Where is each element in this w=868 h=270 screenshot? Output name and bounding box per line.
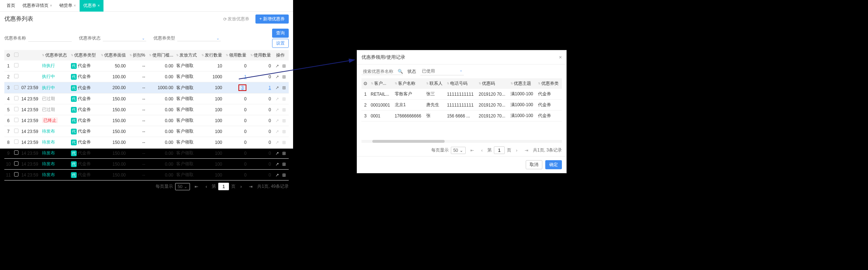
row-checkbox[interactable] — [14, 85, 18, 90]
table-row[interactable]: 5 14 23:59 已过期 代 代金券 150.00 -- 0.00 客户领取… — [4, 104, 289, 115]
coupon-type: 代金券 — [78, 172, 91, 177]
row-checkbox[interactable] — [14, 118, 18, 122]
filter-type-select[interactable]: ⌄ — [177, 36, 221, 41]
per-page-label: 每页显示 — [156, 183, 173, 190]
col-face[interactable]: ⇅优惠券面值 — [98, 50, 127, 61]
horizontal-scrollbar[interactable] — [361, 140, 562, 143]
table-row[interactable]: 7 14 23:59 待发布 代 代金券 150.00 -- 0.00 客户领取… — [4, 126, 289, 137]
col-customer-code[interactable]: ⇅客户... — [369, 78, 393, 89]
modal-status-select[interactable]: 已使用 ⌄ — [420, 67, 464, 75]
confirm-button[interactable]: 确定 — [545, 160, 562, 169]
close-icon[interactable]: × — [559, 54, 562, 60]
qrcode-icon[interactable]: ⊞ — [282, 74, 286, 79]
qrcode-icon: ⊞ — [282, 96, 286, 101]
table-row[interactable]: 2 00010001 北京1 唐先生 11111111111 2019120 7… — [361, 100, 562, 111]
col-coupon-code[interactable]: ⇅优惠码 — [477, 78, 509, 89]
table-row[interactable]: 1 RETAIL... 零散客户 张三 11111111111 2019120 … — [361, 89, 562, 100]
share-icon[interactable]: ↗ — [275, 63, 279, 68]
col-type[interactable]: ⇅优惠券类型 — [69, 50, 98, 61]
use-count-link[interactable]: 1 — [268, 85, 271, 90]
prev-page-button[interactable]: ‹ — [479, 147, 485, 154]
col-threshold[interactable]: ⇅使用门槛... — [147, 50, 175, 61]
close-icon[interactable]: × — [74, 4, 76, 8]
claim-count-link[interactable]: 1 — [244, 74, 247, 79]
next-page-button[interactable]: › — [238, 183, 244, 190]
search-icon[interactable]: 🔍 — [398, 69, 403, 74]
search-input[interactable] — [361, 68, 398, 75]
table-row[interactable]: 3 0001 17666666666 张 156 6666 ... 201912… — [361, 111, 562, 121]
col-customer-name[interactable]: ⇅客户名称 — [393, 78, 425, 89]
per-page-select[interactable]: 50 ⌄ — [451, 147, 466, 154]
search-button[interactable]: 查询 — [272, 29, 289, 38]
col-contact[interactable]: ⇅联系人 — [425, 78, 445, 89]
coupon-type: 代金券 — [78, 96, 91, 101]
col-coupon-type[interactable]: ⇅优惠券类 — [537, 78, 562, 89]
col-claim[interactable]: ⇅领用数量 — [224, 50, 248, 61]
row-checkbox[interactable] — [14, 63, 18, 67]
col-use[interactable]: ⇅使用数量 — [248, 50, 272, 61]
add-coupon-button[interactable]: + 新增优惠券 — [255, 14, 289, 24]
row-checkbox[interactable] — [14, 140, 18, 144]
tab-bar: 首页 优惠券详情页× 销货单× 优惠券× — [0, 0, 293, 12]
col-status[interactable]: ⇅优惠券状态 — [41, 50, 69, 61]
settings-button[interactable]: 设置 — [272, 39, 289, 48]
type-badge-icon: 代 — [71, 172, 77, 178]
phone-number: 156 6666 ... — [445, 111, 477, 121]
table-row[interactable]: 4 14 23:59 已过期 代 代金券 150.00 -- 0.00 客户领取… — [4, 94, 289, 104]
row-number: 7 — [4, 126, 12, 137]
row-checkbox[interactable] — [14, 129, 18, 133]
row-checkbox[interactable] — [14, 74, 18, 78]
coupon-table: ⚙ ⇅优惠券状态 ⇅优惠券类型 ⇅优惠券面值 ⇅折扣% ⇅使用门槛... ⇅发放… — [4, 50, 289, 180]
last-page-button[interactable]: ⇥ — [246, 183, 255, 190]
gear-icon[interactable]: ⚙ — [363, 81, 368, 86]
col-topic[interactable]: ⇅优惠主题 — [509, 78, 537, 89]
filter-name-input[interactable] — [28, 35, 72, 42]
qrcode-icon[interactable]: ⊞ — [282, 63, 286, 68]
table-row[interactable]: 6 14 23:59 已终止 代 代金券 150.00 -- 0.00 客户领取… — [4, 115, 289, 126]
tab-home[interactable]: 首页 — [3, 0, 19, 12]
col-method[interactable]: ⇅发放方式 — [175, 50, 199, 61]
filter-status-select[interactable]: ⌄ — [103, 36, 146, 41]
col-phone[interactable]: ⇅电话号码 — [445, 78, 477, 89]
col-discount[interactable]: ⇅折扣% — [127, 50, 147, 61]
table-row[interactable]: 9 14 23:59 待发布 代 代金券 150.00 -- 0.00 客户领取… — [4, 148, 289, 159]
row-checkbox[interactable] — [14, 107, 18, 111]
prev-page-button[interactable]: ‹ — [203, 183, 209, 190]
cancel-button[interactable]: 取消 — [526, 160, 542, 169]
table-row[interactable]: 2 执行中 代 代金券 100.00 -- 0.00 客户领取 1000 1 0… — [4, 71, 289, 82]
col-issue[interactable]: ⇅发行数量 — [199, 50, 224, 61]
share-icon[interactable]: ↗ — [275, 85, 279, 90]
page-input[interactable] — [494, 146, 505, 154]
claim-count-link[interactable]: 3 — [241, 85, 244, 90]
qrcode-icon[interactable]: ⊞ — [282, 85, 286, 90]
first-page-button[interactable]: ⇤ — [192, 183, 201, 190]
row-checkbox[interactable] — [14, 161, 18, 166]
table-row[interactable]: 3 07 23:59 执行中 代 代金券 200.00 -- 1000.00 客… — [4, 82, 289, 94]
page-input[interactable] — [218, 183, 229, 190]
distribution-method: 客户领取 — [175, 170, 199, 180]
table-row[interactable]: 11 14 23:59 待发布 代 代金券 150.00 -- 0.00 客户领… — [4, 170, 289, 180]
row-time — [20, 71, 41, 82]
last-page-button[interactable]: ⇥ — [522, 147, 531, 154]
select-all-checkbox[interactable] — [14, 53, 18, 57]
share-icon[interactable]: ↗ — [275, 74, 279, 79]
close-icon[interactable]: × — [50, 4, 52, 8]
qrcode-icon: ⊞ — [282, 118, 286, 123]
table-row[interactable]: 8 14 23:59 待发布 代 代金券 150.00 -- 0.00 客户领取… — [4, 137, 289, 148]
per-page-select[interactable]: 50 ⌄ — [175, 183, 190, 190]
close-icon[interactable]: × — [98, 4, 100, 8]
tab-coupon-detail[interactable]: 优惠券详情页× — [19, 0, 56, 12]
row-checkbox[interactable] — [14, 96, 18, 100]
row-checkbox[interactable] — [14, 150, 18, 155]
tab-coupon[interactable]: 优惠券× — [80, 0, 103, 12]
tab-sales-order[interactable]: 销货单× — [56, 0, 80, 12]
distribute-coupon-button[interactable]: ⟳ 发放优惠券 — [219, 14, 253, 24]
gear-icon[interactable]: ⚙ — [6, 53, 10, 58]
row-number: 11 — [4, 170, 12, 180]
table-row[interactable]: 1 待执行 代 代金券 50.00 -- 0.00 客户领取 10 0 0 ↗ … — [4, 61, 289, 71]
next-page-button[interactable]: › — [513, 147, 520, 154]
table-row[interactable]: 10 14 23:59 待发布 代 代金券 150.00 -- 0.00 客户领… — [4, 159, 289, 170]
row-checkbox[interactable] — [14, 172, 18, 176]
first-page-button[interactable]: ⇤ — [468, 147, 477, 154]
status-badge: 待发布 — [42, 150, 55, 155]
